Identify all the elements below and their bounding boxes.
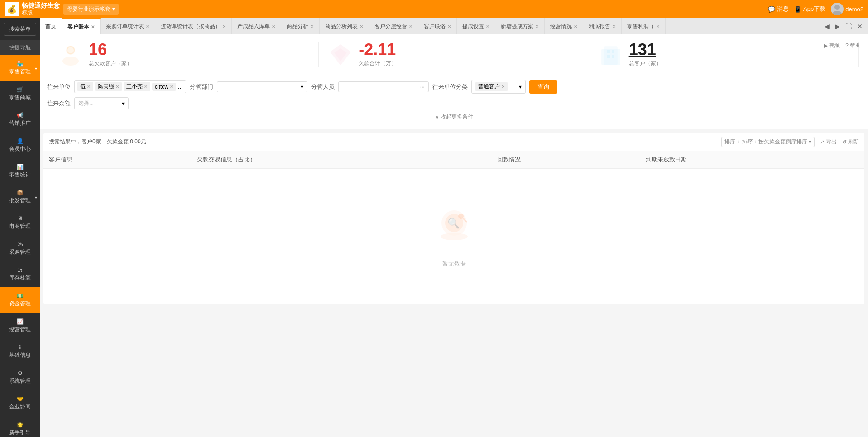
balance-dropdown-icon: ▾ <box>122 100 125 107</box>
tab-close-all-btn[interactable]: ✕ <box>855 22 864 31</box>
unit-tag-4[interactable]: cjttcw ✕ <box>152 83 176 91</box>
finance-icon: 💵 <box>0 293 40 299</box>
dept-filter-select[interactable]: ▾ <box>217 81 307 92</box>
tab-next-btn[interactable]: ▶ <box>833 22 842 31</box>
sort-select[interactable]: 排序： 排序：按欠款金额倒序排序 ▾ <box>721 137 815 147</box>
th-customer-info: 客户信息 <box>43 151 192 169</box>
tab-retail-profit[interactable]: 零售利润（ ✕ <box>622 18 666 34</box>
org-dropdown-icon: ▾ <box>112 6 115 12</box>
person-filter-select[interactable]: ··· <box>338 81 429 92</box>
stat-help: ▶ 视频 ? 帮助 <box>824 42 861 49</box>
tab-prev-btn[interactable]: ◀ <box>823 22 831 31</box>
tab-customer-contact-close[interactable]: ✕ <box>447 24 451 29</box>
unit-tag-1[interactable]: 伍 ✕ <box>77 82 93 91</box>
search-result-text: 搜索结果中，客户0家 <box>49 138 101 145</box>
logo-box: 💰 畅捷通好生意 标版 <box>5 1 60 17</box>
sidebar-item-retail-mgmt[interactable]: 🏪 零售管理 <box>0 55 40 81</box>
svg-point-1 <box>833 11 842 15</box>
sidebar-item-finance[interactable]: 💵 资金管理 <box>0 287 40 313</box>
unit-tag-4-remove[interactable]: ✕ <box>170 84 173 89</box>
org-selector[interactable]: 母婴行业演示帐套 ▾ <box>63 4 119 15</box>
sidebar-item-member[interactable]: 👤 会员中心 <box>0 133 40 158</box>
tab-customer-ledger[interactable]: 客户账本 ✕ <box>62 18 101 34</box>
stat-icon-diamond <box>328 42 353 67</box>
retail-stats-label: 零售统计 <box>0 171 40 179</box>
empty-text: 暂无数据 <box>442 260 466 268</box>
tab-profit-report-close[interactable]: ✕ <box>612 24 616 29</box>
doc-help-link[interactable]: ? 帮助 <box>845 42 861 49</box>
stat-text-debt-amount: -2.11 欠款合计（万） <box>359 42 397 67</box>
tab-stock-stats[interactable]: 进货单统计表（按商品） ✕ <box>155 18 232 34</box>
top-bar-left: 💰 畅捷通好生意 标版 母婴行业演示帐套 ▾ <box>5 1 119 17</box>
sidebar-item-marketing[interactable]: 📢 营销推广 <box>0 107 40 133</box>
tab-fullscreen-btn[interactable]: ⛶ <box>844 22 854 31</box>
tab-improve-settings-label: 提成设置 <box>462 23 484 30</box>
username: demo2 <box>845 6 863 13</box>
unit-tag-2-remove[interactable]: ✕ <box>115 84 119 89</box>
category-filter-select[interactable]: 普通客户 ✕ ▾ <box>471 80 526 94</box>
unit-tag-3-remove[interactable]: ✕ <box>144 84 148 89</box>
refresh-btn[interactable]: ↺ 刷新 <box>842 138 859 146</box>
tab-customer-segment-close[interactable]: ✕ <box>409 24 412 29</box>
message-icon: 💬 <box>768 6 775 13</box>
sidebar-item-purchase[interactable]: 🛍 采购管理 <box>0 236 40 261</box>
tab-new-improve[interactable]: 新增提成方案 ✕ <box>495 18 545 34</box>
message-btn[interactable]: 💬 消息 <box>768 5 789 13</box>
tab-purchase-order-stats[interactable]: 采购订单统计表 ✕ <box>101 18 155 34</box>
tab-retail-profit-close[interactable]: ✕ <box>656 24 660 29</box>
quick-nav-btn[interactable]: 快捷导航 <box>0 40 40 55</box>
tab-improve-settings-close[interactable]: ✕ <box>486 24 489 29</box>
unit-tag-3[interactable]: 王小亮 ✕ <box>124 82 150 91</box>
export-btn[interactable]: ↗ 导出 <box>820 138 837 146</box>
tab-customer-contact[interactable]: 客户联络 ✕ <box>418 18 457 34</box>
stat-text-debt-customers: 16 总欠款客户（家） <box>89 42 132 67</box>
tab-product-instock-close[interactable]: ✕ <box>272 24 275 29</box>
sidebar-item-operation[interactable]: 📈 经营管理 <box>0 313 40 339</box>
th-repayment: 回款情况 <box>492 151 640 169</box>
filter-row-2: 往来余额 选择... ▾ <box>47 97 861 109</box>
video-help-link[interactable]: ▶ 视频 <box>824 42 840 49</box>
stat-block-total-customers: 131 总客户（家） <box>589 42 859 67</box>
tab-product-instock[interactable]: 产成品入库单 ✕ <box>232 18 281 34</box>
sidebar-item-basic[interactable]: ℹ 基础信息 <box>0 339 40 365</box>
sidebar-item-system[interactable]: ⚙ 系统管理 <box>0 365 40 390</box>
sidebar-item-newbie[interactable]: 🌟 新手引导 <box>0 416 40 437</box>
search-menu-btn[interactable]: 搜索菜单 <box>4 23 36 36</box>
sidebar-item-retail-mall[interactable]: 🛒 零售商城 <box>0 81 40 107</box>
tab-product-analysis-close[interactable]: ✕ <box>310 24 314 29</box>
tab-home[interactable]: 首页 <box>40 18 62 34</box>
th-due-date: 到期未放款日期 <box>640 151 864 169</box>
sidebar-item-inventory[interactable]: 🗂 库存核算 <box>0 261 40 287</box>
unit-tag-1-remove[interactable]: ✕ <box>87 84 91 89</box>
tab-operation-status[interactable]: 经营情况 ✕ <box>545 18 583 34</box>
tab-improve-settings[interactable]: 提成设置 ✕ <box>457 18 495 34</box>
collapse-btn[interactable]: ∧ 收起更多条件 <box>435 113 473 121</box>
tab-purchase-order-stats-close[interactable]: ✕ <box>146 24 149 29</box>
tab-profit-report[interactable]: 利润报告 ✕ <box>583 18 622 34</box>
unit-tag-2[interactable]: 陈民强 ✕ <box>95 82 122 91</box>
tab-product-analysis-list-close[interactable]: ✕ <box>360 24 363 29</box>
query-button[interactable]: 查询 <box>529 80 557 94</box>
user-menu[interactable]: demo2 <box>831 3 863 15</box>
tab-customer-segment[interactable]: 客户分层经营 ✕ <box>369 18 418 34</box>
sidebar-item-retail-stats[interactable]: 📊 零售统计 <box>0 158 40 184</box>
app-container: 💰 畅捷通好生意 标版 母婴行业演示帐套 ▾ 💬 消息 📱 App下载 <box>0 0 868 437</box>
sidebar-item-ecommerce[interactable]: 🖥 电商管理 <box>0 210 40 236</box>
unit-filter-tags[interactable]: 伍 ✕ 陈民强 ✕ 王小亮 ✕ <box>74 80 186 93</box>
tab-operation-status-close[interactable]: ✕ <box>574 24 577 29</box>
category-tag-remove[interactable]: ✕ <box>501 84 505 89</box>
main-table: 客户信息 欠款交易信息（占比） 回款情况 到期未放款日期 <box>43 151 864 169</box>
top-bar: 💰 畅捷通好生意 标版 母婴行业演示帐套 ▾ 💬 消息 📱 App下载 <box>0 0 868 18</box>
table-area: 搜索结果中，客户0家 欠款金额 0.00元 排序： 排序：按欠款金额倒序排序 ▾ <box>43 133 864 304</box>
unit-tag-3-label: 王小亮 <box>126 83 143 90</box>
balance-filter-select[interactable]: 选择... ▾ <box>74 97 129 109</box>
tab-product-analysis[interactable]: 商品分析 ✕ <box>281 18 320 34</box>
unit-tags-more[interactable]: ... <box>178 83 183 90</box>
app-download-btn[interactable]: 📱 App下载 <box>794 5 825 13</box>
sidebar-item-batch-mgmt[interactable]: 📦 批发管理 <box>0 184 40 210</box>
tab-stock-stats-close[interactable]: ✕ <box>222 24 226 29</box>
tab-product-analysis-list[interactable]: 商品分析列表 ✕ <box>320 18 369 34</box>
sidebar-item-enterprise[interactable]: 🤝 企业协同 <box>0 390 40 416</box>
tab-new-improve-close[interactable]: ✕ <box>535 24 539 29</box>
tab-customer-ledger-close[interactable]: ✕ <box>91 24 95 29</box>
